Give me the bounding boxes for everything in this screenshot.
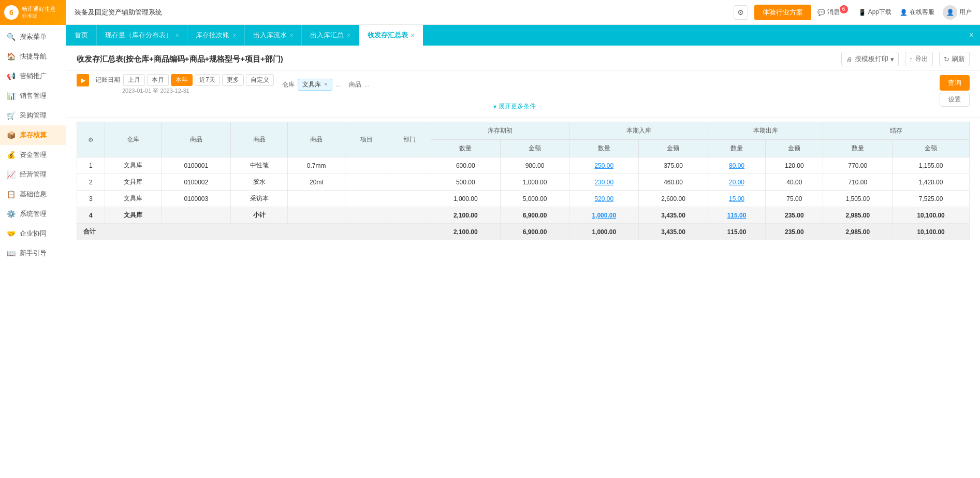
cell-out-qty[interactable]: 20.00: [708, 174, 765, 191]
filter-section: ▶ 记账日期 上月本月本年近7天更多自定义 2023-01-01 至 2023-…: [66, 71, 980, 118]
tab-inout-summary[interactable]: 出入库汇总×: [302, 25, 359, 46]
th-settings[interactable]: ⚙: [77, 122, 105, 157]
sidebar-item-newbie[interactable]: 📖新手引导: [0, 243, 66, 263]
refresh-btn[interactable]: ↻ 刷新: [939, 52, 970, 66]
export-btn[interactable]: ↑ 导出: [905, 52, 933, 66]
cell-in-amt: 460.00: [639, 174, 708, 191]
tab-close-inout-summary[interactable]: ×: [347, 33, 350, 38]
sub-bal-amt: 10,100.00: [893, 207, 970, 224]
th-product-spec: 商品: [287, 122, 345, 157]
tab-label-batch: 库存批次账: [196, 31, 229, 40]
total-in-amt: 3,435.00: [639, 224, 708, 240]
sidebar-label-inventory: 库存核算: [20, 131, 47, 140]
sidebar-item-operations[interactable]: 📈经营管理: [0, 165, 66, 184]
topbar: 装备及固定资产辅助管理系统 ⚙ 体验行业方案 💬 消息 6 📱 App下载 👤 …: [66, 0, 980, 25]
date-btn-7days[interactable]: 近7天: [195, 74, 220, 86]
tabbar-close-all[interactable]: ×: [963, 31, 980, 40]
th-in-amt: 金额: [639, 140, 708, 157]
online-service-btn[interactable]: 👤 在线客服: [900, 8, 934, 17]
warehouse-tag-close[interactable]: ×: [324, 81, 328, 88]
sidebar-icon-enterprise: 🤝: [6, 229, 16, 238]
tab-receive-summary[interactable]: 收发存汇总表×: [359, 25, 423, 46]
tab-batch[interactable]: 库存批次账×: [187, 25, 244, 46]
page-title: 收发存汇总表(按仓库+商品编码+商品+规格型号+项目+部门): [77, 54, 283, 64]
print-label: 按模板打印: [855, 54, 888, 64]
expand-label: 展开更多条件: [499, 102, 536, 111]
total-row: 合计 2,100.00 6,900.00 1,000.00 3,435.00 1…: [77, 224, 970, 240]
date-btn-year[interactable]: 本年: [171, 74, 193, 86]
sidebar-item-sales[interactable]: 📊销售管理: [0, 86, 66, 106]
warehouse-more[interactable]: ...: [335, 81, 341, 88]
date-btn-more[interactable]: 更多: [222, 74, 244, 86]
sub-out-amt: 235.00: [766, 207, 823, 224]
product-more[interactable]: ...: [364, 81, 370, 88]
page-header: 收发存汇总表(按仓库+商品编码+商品+规格型号+项目+部门) 🖨 按模板打印 ▾…: [66, 46, 980, 71]
cell-warehouse: 文具库: [105, 191, 162, 207]
date-btn-custom[interactable]: 自定义: [246, 74, 274, 86]
sidebar-item-finance[interactable]: 💰资金管理: [0, 145, 66, 165]
app-download-btn[interactable]: 📱 App下载: [858, 8, 891, 17]
sidebar-item-enterprise[interactable]: 🤝企业协同: [0, 224, 66, 243]
th-dept: 部门: [388, 122, 431, 157]
expand-more-btn[interactable]: ▾ 展开更多条件: [493, 102, 536, 111]
filter-settings-btn[interactable]: 设置: [940, 93, 970, 107]
sidebar-item-system[interactable]: ⚙️系统管理: [0, 204, 66, 224]
cell-out-qty[interactable]: 15.00: [708, 191, 765, 207]
cell-out-qty[interactable]: 80.00: [708, 157, 765, 174]
date-btn-cur[interactable]: 本月: [147, 74, 169, 86]
print-btn[interactable]: 🖨 按模板打印 ▾: [841, 52, 899, 66]
subtotal-row: 4 文具库 小计 2,100.00 6,900.00 1,000.00 3,43…: [77, 207, 970, 224]
sidebar-brand-title: 畅库通好生意: [22, 5, 56, 12]
warehouse-tag[interactable]: 文具库 ×: [298, 79, 332, 91]
date-buttons: 上月本月本年近7天更多自定义: [123, 74, 274, 86]
refresh-icon: ↻: [944, 55, 949, 63]
sidebar-item-purchase[interactable]: 🛒采购管理: [0, 106, 66, 125]
tab-close-inout-flow[interactable]: ×: [290, 33, 293, 38]
tab-close-stock-dist[interactable]: ×: [175, 33, 179, 38]
th-open-qty: 数量: [431, 140, 500, 157]
sub-code: [162, 207, 231, 224]
sidebar-icon-newbie: 📖: [6, 249, 16, 257]
cell-product-name: 胶水: [231, 174, 288, 191]
sidebar-item-inventory[interactable]: 📦库存核算: [0, 125, 66, 145]
cell-project: [345, 157, 388, 174]
date-btn-prev[interactable]: 上月: [123, 74, 145, 86]
message-btn[interactable]: 💬 消息 6: [817, 8, 850, 17]
config-icon[interactable]: ⚙: [734, 5, 748, 20]
date-range-text: 2023-01-01 至 2023-12-31: [122, 87, 189, 95]
th-out-qty: 数量: [708, 140, 765, 157]
print-icon: 🖨: [846, 55, 853, 63]
cell-in-qty[interactable]: 250.00: [569, 157, 639, 174]
tab-close-batch[interactable]: ×: [232, 33, 236, 38]
experience-btn[interactable]: 体验行业方案: [754, 5, 811, 20]
sidebar-item-quicknav[interactable]: 🏠快捷导航: [0, 47, 66, 66]
table-row: 3 文具库 0100003 采访本 1,000.00 5,000.00 520.…: [77, 191, 970, 207]
user-btn[interactable]: 👤 用户: [943, 5, 972, 20]
sub-out-qty: 115.00: [708, 207, 765, 224]
cell-in-qty[interactable]: 230.00: [569, 174, 639, 191]
tab-stock-dist[interactable]: 现存量（库存分布表）×: [97, 25, 187, 46]
sub-in-amt: 3,435.00: [639, 207, 708, 224]
cell-in-qty[interactable]: 520.00: [569, 191, 639, 207]
tab-close-receive-summary[interactable]: ×: [411, 33, 414, 38]
th-out-amt: 金额: [766, 140, 823, 157]
sub-no: 4: [77, 207, 105, 224]
cell-open-qty: 500.00: [431, 174, 500, 191]
sidebar-label-quicknav: 快捷导航: [20, 52, 47, 61]
query-btn-group: 查询 设置: [940, 75, 970, 107]
sidebar-label-search: 搜索菜单: [20, 32, 47, 41]
sidebar-label-marketing: 营销推广: [20, 71, 47, 81]
sidebar-item-basicinfo[interactable]: 📋基础信息: [0, 184, 66, 204]
tab-home[interactable]: 首页: [66, 25, 97, 46]
th-product-name: 商品: [231, 122, 288, 157]
filter-toggle-btn[interactable]: ▶: [77, 74, 89, 86]
tab-inout-flow[interactable]: 出入库流水×: [245, 25, 302, 46]
sidebar-item-search[interactable]: 🔍搜索菜单: [0, 27, 66, 47]
sidebar-item-marketing[interactable]: 📢营销推广: [0, 66, 66, 86]
sidebar-label-system: 系统管理: [20, 209, 47, 219]
cell-no: 3: [77, 191, 105, 207]
query-btn[interactable]: 查询: [940, 75, 970, 91]
settings-icon: ⚙: [88, 136, 94, 143]
th-open-amt: 金额: [500, 140, 569, 157]
online-service-label: 在线客服: [910, 8, 934, 17]
